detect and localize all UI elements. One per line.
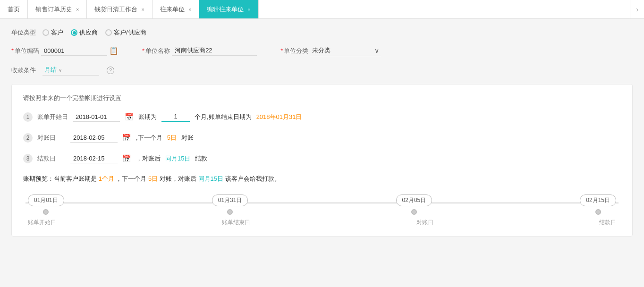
tl-node-2: 01月31日 — [212, 194, 248, 215]
preview-mid2: 对账，对账后 — [160, 175, 196, 182]
payment-dropdown-arrow: ∨ — [59, 68, 62, 73]
setting-row-2: 2 对账日 📅 ,下一个月 5日 对账 — [23, 133, 621, 143]
row3-label: 结款日 — [37, 154, 66, 163]
tl-node-3: 02月05日 — [396, 194, 432, 215]
row2-calendar-icon[interactable]: 📅 — [122, 134, 131, 142]
row3-suffix: 结款 — [195, 154, 207, 163]
tl-dot-4 — [595, 209, 601, 215]
payment-dropdown[interactable]: 月结 ∨ — [42, 65, 99, 76]
tab-cash-work[interactable]: 钱货日清工作台 × — [87, 0, 152, 18]
tl-label-1: 账单开始日 — [28, 219, 56, 227]
required-star-code: * — [11, 47, 14, 54]
tl-badge-4: 02月15日 — [580, 194, 616, 206]
row1-mid-text: 账期为 — [138, 113, 157, 121]
row3-calendar-icon[interactable]: 📅 — [122, 154, 131, 163]
row3-prefix: ，对账后 — [136, 154, 161, 163]
tab-sales-history[interactable]: 销售订单历史 × — [28, 0, 87, 18]
preview-prefix: 账期预览：当前客户账期是 — [23, 175, 97, 182]
row2-prefix: ,下一个月 — [136, 134, 162, 142]
row1-date-input[interactable] — [73, 112, 120, 122]
unit-info-row: * 单位编码 📋 * 单位名称 * 单位分类 未分类 ∨ — [11, 45, 633, 56]
timeline-wrapper: 01月01日 01月31日 02月05日 02月15日 — [23, 194, 621, 227]
close-edit-partner[interactable]: × — [247, 7, 250, 12]
unit-type-radio-group: 客户 供应商 客户/供应商 — [42, 28, 146, 37]
timeline-nodes: 01月01日 01月31日 02月05日 02月15日 — [28, 194, 616, 215]
radio-label-both: 客户/供应商 — [114, 28, 146, 37]
tl-dot-3 — [411, 209, 417, 215]
row-num-3: 3 — [23, 154, 33, 163]
preview-p2: 5日 — [148, 175, 158, 182]
tl-node-1: 01月01日 — [28, 194, 64, 215]
radio-label-customer: 客户 — [51, 28, 63, 37]
radio-circle-customer — [42, 29, 49, 36]
radio-supplier[interactable]: 供应商 — [71, 28, 98, 37]
row1-end-date: 2018年01月31日 — [256, 113, 302, 121]
unit-name-input[interactable] — [172, 46, 257, 56]
preview-p3: 同月15日 — [198, 175, 223, 182]
unit-class-dropdown-arrow: ∨ — [374, 47, 379, 54]
payment-row: 收款条件 月结 ∨ ? — [11, 65, 633, 76]
row2-date-input[interactable] — [70, 133, 118, 143]
main-content: 单位类型 客户 供应商 客户/供应商 * 单位编码 📋 * 单位名称 — [0, 19, 644, 287]
radio-customer[interactable]: 客户 — [42, 28, 63, 37]
required-star-class: * — [280, 47, 283, 54]
radio-circle-both — [105, 29, 112, 36]
tl-dot-2 — [227, 209, 233, 215]
payment-help-icon[interactable]: ? — [107, 67, 114, 74]
unit-code-copy-icon[interactable]: 📋 — [109, 46, 119, 55]
row1-period-unit: 个月,账单结束日期为 — [195, 113, 252, 121]
tl-labels-row: 账单开始日 账单结束日 对账日 结款日 — [28, 215, 616, 227]
radio-circle-supplier — [71, 29, 77, 36]
unit-class-dropdown[interactable]: 未分类 ∨ — [310, 45, 381, 56]
radio-both[interactable]: 客户/供应商 — [105, 28, 146, 37]
radio-label-supplier: 供应商 — [79, 28, 98, 37]
row1-calendar-icon[interactable]: 📅 — [125, 113, 134, 121]
setting-row-3: 3 结款日 📅 ，对账后 同月15日 结款 — [23, 154, 621, 163]
tab-home[interactable]: 首页 — [0, 0, 28, 18]
tl-node-4: 02月15日 — [580, 194, 616, 215]
close-sales-history[interactable]: × — [76, 7, 79, 12]
row3-highlight: 同月15日 — [165, 154, 190, 163]
tl-label-3: 对账日 — [416, 219, 433, 227]
tl-badge-3: 02月05日 — [396, 194, 432, 206]
unit-type-label: 单位类型 — [11, 28, 36, 37]
panel-instruction: 请按照未来的一个完整帐期进行设置 — [23, 94, 621, 102]
tab-edit-partner[interactable]: 编辑往来单位 × — [199, 0, 258, 18]
tl-dot-1 — [43, 209, 49, 215]
row-num-2: 2 — [23, 133, 33, 143]
tl-badge-2: 01月31日 — [212, 194, 248, 206]
tabs-bar: 首页 销售订单历史 × 钱货日清工作台 × 往来单位 × 编辑往来单位 × › — [0, 0, 644, 19]
preview-p1: 1个月 — [99, 175, 114, 182]
tab-partner-unit[interactable]: 往来单位 × — [153, 0, 199, 18]
unit-code-label: 单位编码 — [15, 47, 39, 55]
close-cash-work[interactable]: × — [141, 7, 144, 12]
unit-name-group: * 单位名称 — [142, 46, 257, 56]
row-num-1: 1 — [23, 112, 33, 122]
unit-class-value: 未分类 — [312, 46, 374, 55]
unit-type-row: 单位类型 客户 供应商 客户/供应商 — [11, 28, 633, 37]
tab-more-arrow[interactable]: › — [630, 0, 644, 18]
required-star-name: * — [142, 47, 144, 54]
row2-label: 对账日 — [37, 134, 66, 142]
unit-class-group: * 单位分类 未分类 ∨ — [280, 45, 381, 56]
unit-code-input[interactable] — [41, 46, 107, 56]
row1-label: 账单开始日 — [37, 113, 68, 121]
unit-name-label: 单位名称 — [145, 47, 170, 55]
tl-badge-1: 01月01日 — [28, 194, 64, 206]
row1-period-input[interactable] — [161, 112, 190, 122]
setting-row-1: 1 账单开始日 📅 账期为 个月,账单结束日期为 2018年01月31日 — [23, 112, 621, 122]
unit-class-label: 单位分类 — [284, 47, 308, 55]
row3-date-input[interactable] — [70, 154, 118, 163]
tl-label-2: 账单结束日 — [222, 219, 250, 227]
settings-panel: 请按照未来的一个完整帐期进行设置 1 账单开始日 📅 账期为 个月,账单结束日期… — [11, 84, 633, 236]
unit-code-group: * 单位编码 📋 — [11, 46, 119, 56]
row2-highlight: 5日 — [167, 134, 177, 142]
row2-suffix: 对账 — [181, 134, 194, 142]
tl-label-4: 结款日 — [599, 219, 616, 227]
preview-suffix: 该客户会给我打款。 — [225, 175, 280, 182]
payment-value: 月结 — [44, 66, 57, 74]
preview-row: 账期预览：当前客户账期是 1个月 ，下一个月 5日 对账，对账后 同月15日 该… — [23, 175, 621, 183]
payment-label: 收款条件 — [11, 66, 36, 75]
close-partner-unit[interactable]: × — [188, 7, 191, 12]
preview-mid: ，下一个月 — [116, 175, 146, 182]
